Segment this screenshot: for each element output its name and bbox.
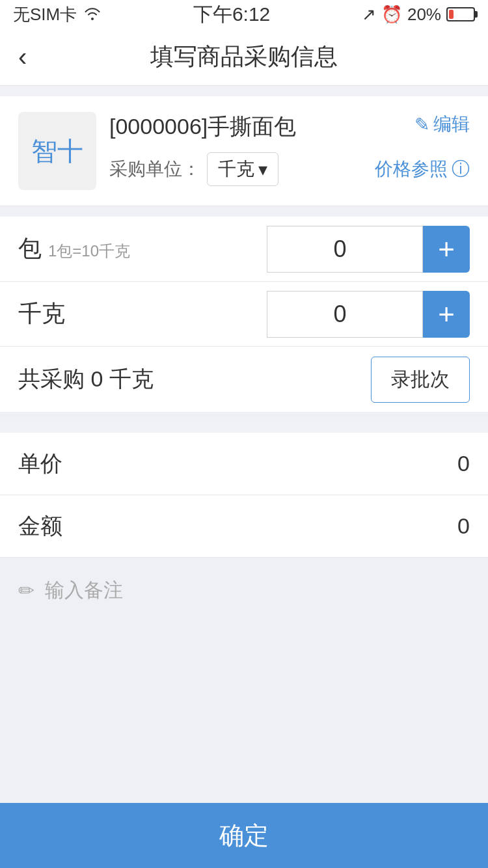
status-bar: 无SIM卡 下午6:12 ↗ ⏰ 20% <box>0 0 488 29</box>
kg-input-control: + <box>267 291 470 338</box>
summary-prefix: 共采购 <box>18 366 85 391</box>
unit-dropdown[interactable]: 千克 ▾ <box>207 152 278 186</box>
product-info: [0000006]手撕面包 ✎ 编辑 采购单位： 千克 ▾ 价格参照 ⓘ <box>109 112 470 186</box>
dropdown-arrow-icon: ▾ <box>258 159 267 180</box>
unit-price-row: 单价 0 <box>0 433 488 495</box>
bag-input-control: + <box>267 226 470 273</box>
battery-icon <box>446 7 475 21</box>
product-title: 手撕面包 <box>208 114 296 139</box>
bag-plus-button[interactable]: + <box>423 226 470 273</box>
bag-input-row: 包 1包=10千克 + <box>0 217 488 282</box>
info-icon: ⓘ <box>452 157 470 182</box>
unit-price-value: 0 <box>457 451 470 476</box>
unit-row: 采购单位： 千克 ▾ 价格参照 ⓘ <box>109 152 470 186</box>
status-right: ↗ ⏰ 20% <box>362 5 475 25</box>
edit-label: 编辑 <box>433 112 470 137</box>
section-divider-2 <box>0 412 488 422</box>
product-logo: 智十 <box>31 138 83 164</box>
price-section: 单价 0 金额 0 <box>0 433 488 558</box>
remark-section[interactable]: ✏ 输入备注 <box>0 558 488 623</box>
section-divider-1 <box>0 206 488 217</box>
status-time: 下午6:12 <box>193 1 270 28</box>
nav-bar: ‹ 填写商品采购信息 <box>0 29 488 86</box>
wifi-icon <box>83 5 102 25</box>
bag-sub-label: 1包=10千克 <box>48 241 130 262</box>
edit-button[interactable]: ✎ 编辑 <box>414 112 470 137</box>
battery-percent: 20% <box>407 5 441 25</box>
summary-text: 共采购 0 千克 <box>18 364 154 394</box>
kg-label-text: 千克 <box>18 298 65 330</box>
carrier-text: 无SIM卡 <box>13 3 77 26</box>
pencil-icon: ✏ <box>18 579 34 602</box>
batch-button[interactable]: 录批次 <box>371 357 470 403</box>
kg-label: 千克 <box>18 298 65 330</box>
back-button[interactable]: ‹ <box>18 42 27 72</box>
page-title: 填写商品采购信息 <box>150 41 338 73</box>
confirm-button[interactable]: 确定 <box>0 803 488 868</box>
amount-row: 金额 0 <box>0 495 488 558</box>
bag-label-text: 包 <box>18 233 42 265</box>
kg-input[interactable] <box>267 291 423 338</box>
product-name-row: [0000006]手撕面包 ✎ 编辑 <box>109 112 470 142</box>
unit-label-text: 采购单位： <box>109 157 200 182</box>
product-id: [0000006] <box>109 114 208 139</box>
unit-label: 采购单位： 千克 ▾ <box>109 152 278 186</box>
amount-value: 0 <box>457 513 470 539</box>
alarm-icon: ⏰ <box>381 5 402 25</box>
product-name: [0000006]手撕面包 <box>109 112 296 142</box>
remark-placeholder: 输入备注 <box>45 577 123 604</box>
kg-plus-button[interactable]: + <box>423 291 470 338</box>
status-left: 无SIM卡 <box>13 3 102 26</box>
bag-label: 包 1包=10千克 <box>18 233 130 265</box>
unit-price-label: 单价 <box>18 449 62 479</box>
bag-input[interactable] <box>267 226 423 273</box>
product-image: 智十 <box>18 112 96 190</box>
price-ref-button[interactable]: 价格参照 ⓘ <box>375 157 470 182</box>
amount-label: 金额 <box>18 511 62 541</box>
kg-input-row: 千克 + <box>0 282 488 347</box>
summary-unit: 千克 <box>109 366 154 391</box>
input-section: 包 1包=10千克 + 千克 + <box>0 217 488 347</box>
product-card: 智十 [0000006]手撕面包 ✎ 编辑 采购单位： 千克 ▾ 价格参照 ⓘ <box>0 96 488 206</box>
edit-icon: ✎ <box>414 114 429 135</box>
location-icon: ↗ <box>362 5 376 25</box>
unit-value: 千克 <box>218 157 254 182</box>
price-ref-label: 价格参照 <box>375 157 448 182</box>
summary-row: 共采购 0 千克 录批次 <box>0 347 488 412</box>
summary-amount: 0 <box>90 366 103 391</box>
